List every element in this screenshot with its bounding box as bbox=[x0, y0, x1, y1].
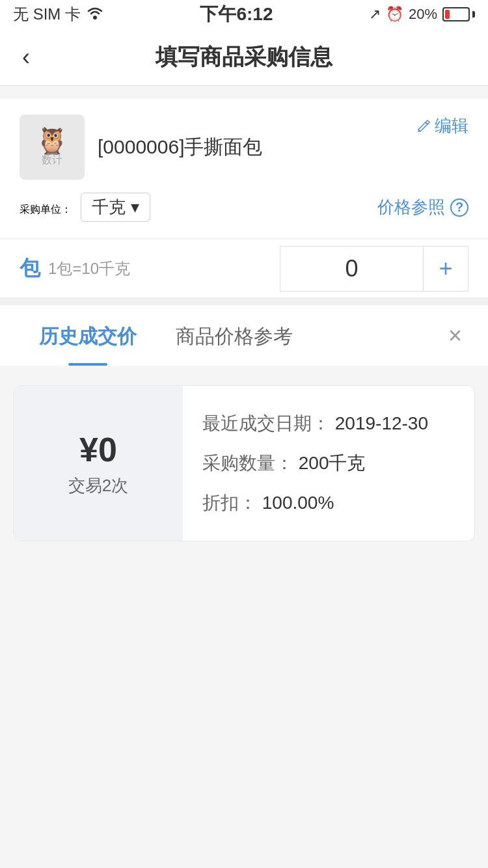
content-area: ¥0 交易2次 最近成交日期： 2019-12-30 采购数量： 200千克 折… bbox=[0, 366, 488, 821]
product-logo-sub: 数计 bbox=[42, 154, 62, 167]
tabs-close-button[interactable]: × bbox=[442, 316, 468, 356]
product-header: 🦉 数计 [0000006]手撕面包 编辑 bbox=[20, 115, 468, 180]
tab-history-price[interactable]: 历史成交价 bbox=[20, 305, 156, 366]
product-left: 🦉 数计 [0000006]手撕面包 bbox=[20, 115, 262, 180]
product-image: 🦉 数计 bbox=[20, 115, 85, 180]
history-price-value: ¥0 bbox=[79, 430, 117, 469]
tab-product-price-ref[interactable]: 商品价格参考 bbox=[156, 305, 312, 366]
history-trades-count: 交易2次 bbox=[68, 474, 128, 497]
discount-value: 100.00% bbox=[262, 493, 334, 513]
edit-icon bbox=[416, 119, 431, 133]
unit-label-group: 采购单位： 千克 ▾ bbox=[20, 193, 150, 222]
price-ref-label: 价格参照 bbox=[377, 196, 445, 219]
battery-tip bbox=[472, 11, 475, 18]
price-number: 0 bbox=[98, 431, 117, 468]
battery-icon bbox=[442, 7, 475, 21]
svg-point-0 bbox=[93, 16, 97, 20]
carrier-text: 无 SIM 卡 bbox=[13, 4, 81, 25]
unit-value: 千克 bbox=[92, 196, 126, 219]
unit-badge: 包 bbox=[20, 254, 40, 283]
tabs-section: 历史成交价 商品价格参考 × ¥0 交易2次 最近成交日期： 2019-12-3… bbox=[0, 297, 488, 821]
discount-label: 折扣： bbox=[202, 493, 257, 513]
battery-fill bbox=[445, 10, 450, 19]
tab-price-ref-label: 商品价格参考 bbox=[176, 325, 293, 347]
quantity-input-group: + bbox=[280, 246, 468, 292]
unit-label: 采购单位： bbox=[20, 204, 72, 215]
edit-label: 编辑 bbox=[435, 115, 468, 137]
tabs-header: 历史成交价 商品价格参考 × bbox=[0, 305, 488, 366]
nav-bar: ‹ 填写商品采购信息 bbox=[0, 29, 488, 86]
history-price-panel: ¥0 交易2次 bbox=[14, 386, 183, 541]
status-time: 下午6:12 bbox=[200, 2, 273, 27]
history-recent-date-row: 最近成交日期： 2019-12-30 bbox=[202, 409, 455, 439]
history-discount-row: 折扣： 100.00% bbox=[202, 489, 455, 518]
page-title: 填写商品采购信息 bbox=[156, 42, 332, 72]
product-logo-icon: 🦉 bbox=[36, 128, 68, 154]
location-icon: ↗ bbox=[369, 6, 381, 23]
history-card: ¥0 交易2次 最近成交日期： 2019-12-30 采购数量： 200千克 折… bbox=[13, 385, 475, 541]
status-right: ↗ ⏰ 20% bbox=[369, 6, 475, 23]
quantity-left: 包 1包=10千克 bbox=[20, 254, 130, 283]
history-quantity-row: 采购数量： 200千克 bbox=[202, 449, 455, 478]
quantity-input[interactable] bbox=[280, 246, 423, 292]
recent-date-value: 2019-12-30 bbox=[335, 413, 428, 433]
back-button[interactable]: ‹ bbox=[16, 37, 36, 77]
alarm-icon: ⏰ bbox=[386, 6, 403, 23]
tabs-list: 历史成交价 商品价格参考 bbox=[20, 305, 312, 366]
product-unit-row: 采购单位： 千克 ▾ 价格参照 ? bbox=[20, 193, 468, 222]
price-reference-button[interactable]: 价格参照 ? bbox=[377, 196, 468, 219]
product-full-name: [0000006]手撕面包 bbox=[98, 134, 262, 161]
wifi-icon bbox=[86, 5, 104, 23]
help-icon: ? bbox=[450, 198, 468, 217]
tab-history-label: 历史成交价 bbox=[39, 325, 137, 347]
quantity-value: 200千克 bbox=[299, 453, 366, 473]
product-card: 🦉 数计 [0000006]手撕面包 编辑 采购单位： 千克 ▾ 价格参照 ? bbox=[0, 99, 488, 237]
price-symbol: ¥ bbox=[79, 431, 98, 468]
recent-date-label: 最近成交日期： bbox=[202, 413, 330, 433]
history-detail-panel: 最近成交日期： 2019-12-30 采购数量： 200千克 折扣： 100.0… bbox=[183, 386, 474, 541]
quantity-plus-button[interactable]: + bbox=[423, 246, 468, 292]
quantity-label: 采购数量： bbox=[202, 453, 293, 473]
unit-conversion: 1包=10千克 bbox=[48, 258, 130, 279]
battery-percentage: 20% bbox=[409, 6, 437, 23]
unit-select[interactable]: 千克 ▾ bbox=[81, 193, 150, 222]
edit-button[interactable]: 编辑 bbox=[416, 115, 468, 137]
dropdown-arrow-icon: ▾ bbox=[131, 197, 139, 217]
quantity-section: 包 1包=10千克 + bbox=[0, 239, 488, 297]
status-left: 无 SIM 卡 bbox=[13, 4, 104, 25]
status-bar: 无 SIM 卡 下午6:12 ↗ ⏰ 20% bbox=[0, 0, 488, 29]
